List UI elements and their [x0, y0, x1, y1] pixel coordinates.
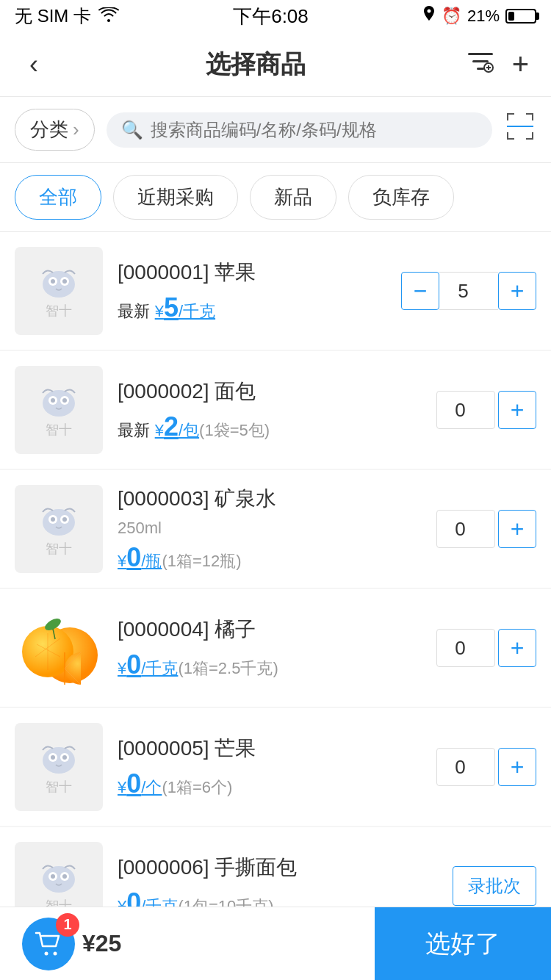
tangerine-illustration [15, 604, 103, 692]
bottom-bar: 1 ¥25 选好了 [0, 907, 551, 980]
battery-icon [505, 9, 536, 24]
cart-section: 1 ¥25 [0, 918, 375, 970]
search-input[interactable] [151, 120, 478, 140]
location-icon [422, 6, 436, 26]
cart-button[interactable]: 1 [22, 918, 75, 970]
tab-new[interactable]: 新品 [250, 175, 336, 220]
status-time: 下午6:08 [233, 4, 309, 29]
tab-all[interactable]: 全部 [15, 175, 101, 220]
quantity-input[interactable] [436, 748, 495, 786]
nav-bar: ‹ 选择商品 + [0, 32, 551, 97]
product-image [15, 604, 103, 692]
quantity-control: + [436, 510, 536, 548]
placeholder-owl-icon: 智十 [37, 381, 81, 439]
brand-watermark: 智十 [46, 421, 72, 439]
filter-button[interactable] [467, 49, 494, 80]
placeholder-owl-icon: 智十 [37, 738, 81, 796]
plus-button[interactable]: + [498, 629, 536, 667]
tab-recent[interactable]: 近期采购 [113, 175, 238, 220]
back-button[interactable]: ‹ [22, 42, 46, 87]
product-name: [0000002] 面包 [118, 378, 422, 406]
brand-watermark: 智十 [46, 540, 72, 558]
svg-point-29 [62, 517, 67, 522]
svg-point-28 [51, 517, 55, 522]
svg-point-23 [51, 398, 55, 403]
add-button[interactable]: + [512, 48, 529, 81]
product-price: ¥0/个(1箱=6个) [118, 768, 422, 799]
search-icon: 🔍 [121, 120, 143, 140]
search-input-wrap: 🔍 [107, 112, 492, 148]
svg-point-42 [43, 747, 75, 774]
cart-badge: 1 [56, 913, 79, 937]
product-price: ¥0/瓶(1箱=12瓶) [118, 542, 422, 573]
page-title: 选择商品 [206, 48, 306, 82]
list-item: [0000004] 橘子 ¥0/千克(1箱=2.5千克) + [0, 589, 551, 707]
category-label: 分类 [30, 117, 68, 143]
plus-button[interactable]: + [498, 272, 536, 310]
svg-rect-11 [507, 132, 508, 140]
svg-point-15 [43, 271, 75, 298]
svg-point-45 [51, 755, 55, 760]
product-name: [0000005] 芒果 [118, 735, 422, 763]
svg-point-50 [51, 874, 55, 879]
product-info: [0000004] 橘子 ¥0/千克(1箱=2.5千克) [118, 616, 422, 680]
svg-point-19 [62, 279, 67, 284]
svg-point-25 [43, 509, 75, 536]
status-right: ⏰ 21% [422, 6, 536, 26]
battery-percent: 21% [467, 7, 500, 26]
product-info: [0000002] 面包 最新 ¥2/包(1袋=5包) [118, 378, 422, 442]
minus-button[interactable]: − [401, 272, 439, 310]
cart-total: ¥25 [82, 930, 121, 957]
svg-point-24 [62, 398, 67, 403]
brand-watermark: 智十 [46, 302, 72, 320]
svg-rect-14 [507, 126, 533, 127]
carrier-label: 无 SIM 卡 [15, 4, 91, 28]
product-name: [0000004] 橘子 [118, 616, 422, 644]
list-item: 智十 [0000001] 苹果 最新 ¥5/千克 − + [0, 232, 551, 350]
product-spec: 250ml [118, 519, 422, 538]
product-name: [0000001] 苹果 [118, 259, 386, 287]
plus-button[interactable]: + [498, 748, 536, 786]
quantity-control: + [436, 629, 536, 667]
svg-point-46 [62, 755, 67, 760]
svg-rect-1 [472, 60, 489, 62]
confirm-button[interactable]: 选好了 [375, 907, 551, 981]
list-item: 智十 [0000003] 矿泉水 250ml ¥0/瓶(1箱=12瓶) + [0, 470, 551, 588]
product-info: [0000001] 苹果 最新 ¥5/千克 [118, 259, 386, 323]
list-item: 智十 [0000005] 芒果 ¥0/个(1箱=6个) + [0, 708, 551, 826]
alarm-icon: ⏰ [442, 7, 461, 26]
product-price: ¥0/千克(1箱=2.5千克) [118, 649, 422, 680]
svg-point-58 [54, 951, 57, 955]
plus-button[interactable]: + [498, 391, 536, 429]
svg-rect-2 [477, 68, 484, 70]
placeholder-owl-icon: 智十 [37, 262, 81, 320]
product-image: 智十 [15, 485, 103, 573]
product-list: 智十 [0000001] 苹果 最新 ¥5/千克 − + [0, 232, 551, 980]
svg-point-51 [62, 874, 67, 879]
brand-watermark: 智十 [46, 778, 72, 796]
quantity-input[interactable] [439, 272, 498, 310]
nav-actions: + [467, 48, 529, 81]
svg-point-47 [43, 866, 75, 893]
product-price: 最新 ¥5/千克 [118, 292, 386, 323]
product-image: 智十 [15, 366, 103, 454]
quantity-input[interactable] [436, 629, 495, 667]
product-info: [0000003] 矿泉水 250ml ¥0/瓶(1箱=12瓶) [118, 485, 422, 573]
tab-negative-stock[interactable]: 负库存 [348, 175, 454, 220]
product-price: 最新 ¥2/包(1袋=5包) [118, 411, 422, 442]
batch-button[interactable]: 录批次 [453, 866, 536, 906]
list-item: 智十 [0000002] 面包 最新 ¥2/包(1袋=5包) + [0, 351, 551, 469]
svg-point-18 [51, 279, 55, 284]
category-button[interactable]: 分类 › [15, 109, 95, 151]
cart-icon [35, 932, 62, 956]
scan-button[interactable] [504, 110, 536, 149]
status-left: 无 SIM 卡 [15, 4, 119, 28]
svg-point-20 [43, 390, 75, 417]
product-image: 智十 [15, 247, 103, 335]
quantity-control: + [436, 748, 536, 786]
quantity-input[interactable] [436, 391, 495, 429]
quantity-control: − + [401, 272, 536, 310]
plus-button[interactable]: + [498, 510, 536, 548]
quantity-input[interactable] [436, 510, 495, 548]
placeholder-owl-icon: 智十 [37, 500, 81, 558]
